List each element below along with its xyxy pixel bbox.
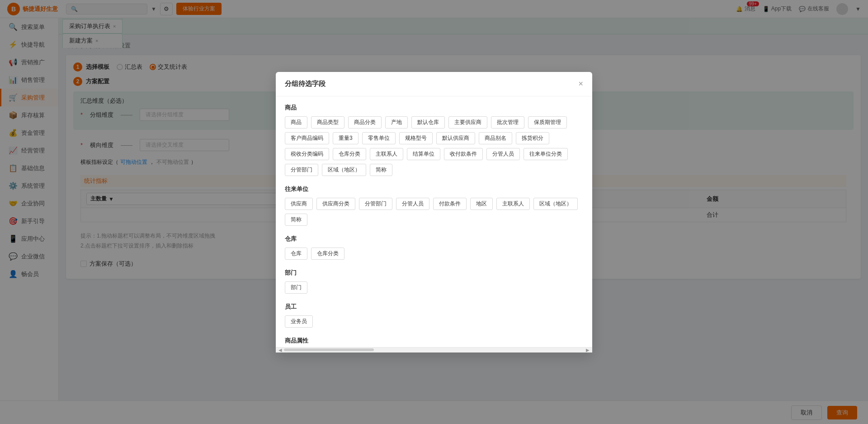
field-tag-1-5[interactable]: 地区 — [470, 198, 493, 210]
section-title-1: 往来单位 — [285, 185, 583, 193]
field-tag-0-8[interactable]: 客户商品编码 — [285, 132, 329, 144]
field-tag-0-10[interactable]: 零售单位 — [362, 132, 396, 144]
field-tags-2: 仓库仓库分类 — [285, 248, 583, 260]
field-tag-0-24[interactable]: 简称 — [370, 164, 392, 176]
field-tag-1-1[interactable]: 供应商分类 — [316, 198, 355, 210]
field-tag-0-5[interactable]: 主要供应商 — [448, 116, 487, 129]
field-tag-1-8[interactable]: 简称 — [285, 214, 307, 226]
field-tag-1-2[interactable]: 分管部门 — [359, 198, 392, 210]
field-tag-3-0[interactable]: 部门 — [285, 281, 307, 294]
field-tag-0-9[interactable]: 重量3 — [333, 132, 359, 144]
modal-title: 分组待选字段 — [285, 80, 326, 88]
field-tag-0-2[interactable]: 商品分类 — [348, 116, 382, 129]
modal-section-0: 商品商品商品类型商品分类产地默认仓库主要供应商批次管理保质期管理客户商品编码重量… — [285, 104, 583, 176]
field-tag-0-23[interactable]: 区域（地区） — [322, 164, 366, 176]
field-tags-3: 部门 — [285, 281, 583, 294]
field-tag-0-16[interactable]: 仓库分类 — [333, 148, 366, 160]
field-select-modal: 分组待选字段 × 商品商品商品类型商品分类产地默认仓库主要供应商批次管理保质期管… — [276, 72, 592, 353]
field-tag-0-13[interactable]: 商品别名 — [479, 132, 512, 144]
field-tags-4: 业务员 — [285, 315, 583, 328]
field-tag-0-12[interactable]: 默认供应商 — [436, 132, 475, 144]
field-tag-0-0[interactable]: 商品 — [285, 116, 307, 129]
field-tag-0-7[interactable]: 保质期管理 — [528, 116, 567, 129]
scroll-thumb[interactable] — [284, 348, 374, 351]
field-tag-0-22[interactable]: 分管部门 — [285, 164, 318, 176]
field-tag-0-19[interactable]: 收付款条件 — [444, 148, 483, 160]
field-tag-2-0[interactable]: 仓库 — [285, 248, 307, 260]
field-tag-0-3[interactable]: 产地 — [385, 116, 408, 129]
modal-section-3: 部门部门 — [285, 269, 583, 294]
field-tag-1-0[interactable]: 供应商 — [285, 198, 313, 210]
modal-section-1: 往来单位供应商供应商分类分管部门分管人员付款条件地区主联系人区域（地区）简称 — [285, 185, 583, 226]
field-tag-0-18[interactable]: 结算单位 — [407, 148, 440, 160]
field-tags-0: 商品商品类型商品分类产地默认仓库主要供应商批次管理保质期管理客户商品编码重量3零… — [285, 116, 583, 176]
section-title-4: 员工 — [285, 303, 583, 311]
modal-scroll-track[interactable]: ◀ ▶ — [276, 347, 592, 353]
field-tag-1-3[interactable]: 分管人员 — [396, 198, 429, 210]
section-title-0: 商品 — [285, 104, 583, 112]
modal-header: 分组待选字段 × — [276, 72, 592, 96]
field-tag-1-4[interactable]: 付款条件 — [433, 198, 467, 210]
field-tags-1: 供应商供应商分类分管部门分管人员付款条件地区主联系人区域（地区）简称 — [285, 198, 583, 226]
field-tag-0-17[interactable]: 主联系人 — [370, 148, 403, 160]
field-tag-0-1[interactable]: 商品类型 — [311, 116, 344, 129]
field-tag-4-0[interactable]: 业务员 — [285, 315, 313, 328]
modal-section-4: 员工业务员 — [285, 303, 583, 328]
field-tag-0-11[interactable]: 规格型号 — [399, 132, 433, 144]
modal-section-2: 仓库仓库仓库分类 — [285, 235, 583, 260]
section-title-3: 部门 — [285, 269, 583, 277]
modal-body: 商品商品商品类型商品分类产地默认仓库主要供应商批次管理保质期管理客户商品编码重量… — [276, 96, 592, 347]
field-tag-2-1[interactable]: 仓库分类 — [311, 248, 344, 260]
modal-section-5: 商品属性属性颜色多规格尺码鞋码1 — [285, 337, 583, 347]
field-tag-0-14[interactable]: 拣货积分 — [516, 132, 549, 144]
field-tag-0-4[interactable]: 默认仓库 — [411, 116, 445, 129]
field-tag-0-21[interactable]: 往来单位分类 — [524, 148, 568, 160]
field-tag-1-7[interactable]: 区域（地区） — [533, 198, 578, 210]
field-tag-0-6[interactable]: 批次管理 — [491, 116, 524, 129]
section-title-2: 仓库 — [285, 235, 583, 243]
modal-close-button[interactable]: × — [578, 79, 583, 89]
section-title-5: 商品属性 — [285, 337, 583, 345]
field-tag-1-6[interactable]: 主联系人 — [496, 198, 530, 210]
field-tag-0-20[interactable]: 分管人员 — [486, 148, 520, 160]
field-tag-0-15[interactable]: 税收分类编码 — [285, 148, 329, 160]
